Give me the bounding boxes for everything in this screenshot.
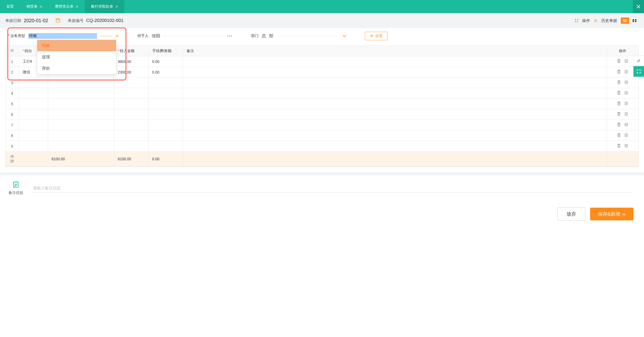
cell-fee[interactable] — [148, 109, 183, 120]
cell-remark[interactable] — [183, 141, 607, 152]
save-add-button[interactable]: 保存&新增 — [590, 208, 633, 220]
cell-out-account[interactable] — [19, 78, 48, 88]
biztype-value[interactable]: 转账 — [28, 33, 97, 39]
add-icon[interactable] — [624, 133, 628, 137]
cell-in-amount[interactable]: 3800.00 — [114, 56, 148, 67]
close-icon[interactable]: ✕ — [40, 5, 42, 8]
table-row[interactable]: 5 — [6, 99, 638, 109]
cell-out-account[interactable] — [19, 109, 48, 120]
cell-in-amount[interactable] — [114, 109, 148, 120]
cell-out-amount[interactable] — [48, 120, 114, 130]
add-icon[interactable] — [624, 70, 628, 74]
table-row[interactable]: 7 — [6, 120, 638, 130]
cell-remark[interactable] — [183, 109, 607, 120]
cell-remark[interactable] — [183, 56, 607, 67]
history-label[interactable]: 历史单据 — [601, 18, 617, 23]
cell-remark[interactable] — [183, 130, 607, 141]
cell-fee[interactable]: 0.00 — [148, 67, 183, 78]
more-icon[interactable]: ••• — [227, 34, 233, 38]
tab-bank[interactable]: 银行存取款单 ✕ — [85, 0, 124, 13]
close-icon[interactable]: ✕ — [115, 5, 118, 8]
cell-fee[interactable] — [148, 88, 183, 99]
table-row[interactable]: 4 — [6, 88, 638, 99]
cell-remark[interactable] — [183, 88, 607, 99]
cell-out-account[interactable] — [19, 120, 48, 130]
handler-value[interactable]: 张阳 — [152, 33, 160, 39]
delete-icon[interactable] — [617, 70, 621, 74]
link-button[interactable] — [633, 56, 644, 66]
delete-icon[interactable] — [617, 101, 621, 106]
cell-out-account[interactable] — [19, 88, 48, 99]
discard-button[interactable]: 放弃 — [557, 207, 585, 221]
add-icon[interactable] — [624, 59, 628, 63]
cell-out-amount[interactable] — [48, 141, 114, 152]
table-row[interactable]: 9 — [6, 141, 638, 152]
dept-value[interactable]: 总 部 — [262, 33, 274, 39]
expand-button[interactable] — [633, 66, 644, 77]
cell-out-amount[interactable] — [48, 88, 114, 99]
add-icon[interactable] — [624, 122, 628, 127]
cell-out-amount[interactable] — [48, 78, 114, 88]
delete-icon[interactable] — [617, 91, 621, 95]
delete-icon[interactable] — [617, 144, 621, 148]
field-biztype[interactable]: 业务类型 转账 — [8, 33, 119, 39]
calendar-icon[interactable] — [56, 18, 60, 24]
settings-button[interactable]: 设置 — [365, 32, 388, 40]
cell-out-account[interactable] — [19, 141, 48, 152]
cell-in-amount[interactable] — [114, 130, 148, 141]
cell-fee[interactable] — [148, 99, 183, 109]
cell-out-account[interactable] — [19, 99, 48, 109]
cell-out-amount[interactable] — [48, 99, 114, 109]
field-handler[interactable]: 经手人 张阳 ••• — [137, 33, 233, 39]
cell-remark[interactable] — [183, 67, 607, 78]
chevron-up-icon[interactable] — [115, 34, 119, 38]
dropdown-option-deposit[interactable]: 存款 — [37, 63, 116, 74]
cell-in-amount[interactable] — [114, 78, 148, 88]
cell-in-amount[interactable] — [114, 120, 148, 130]
date-value[interactable]: 2020-01-02 — [24, 18, 48, 24]
tab-expense[interactable]: 费用支出单 ✕ — [49, 0, 85, 13]
cell-fee[interactable]: 0.00 — [148, 56, 183, 67]
table-row[interactable]: 8 — [6, 130, 638, 141]
op-label[interactable]: 操作 — [582, 18, 590, 23]
cell-out-amount[interactable] — [48, 109, 114, 120]
cell-fee[interactable] — [148, 120, 183, 130]
subtotal-in: 6100.00 — [114, 152, 148, 167]
dropdown-option-transfer[interactable]: 转账 — [37, 40, 116, 51]
cell-in-amount[interactable]: 2300.00 — [114, 67, 148, 78]
view-grid-button[interactable] — [630, 17, 639, 24]
add-icon[interactable] — [624, 80, 628, 84]
add-icon[interactable] — [624, 144, 628, 148]
delete-icon[interactable] — [617, 133, 621, 137]
table-row[interactable]: 6 — [6, 109, 638, 120]
table-row[interactable]: 3 — [6, 78, 638, 88]
remark-input[interactable] — [32, 184, 633, 193]
cell-fee[interactable] — [148, 78, 183, 88]
cell-remark[interactable] — [183, 78, 607, 88]
cell-remark[interactable] — [183, 99, 607, 109]
delete-icon[interactable] — [617, 122, 621, 127]
cell-in-amount[interactable] — [114, 141, 148, 152]
delete-icon[interactable] — [617, 80, 621, 84]
delete-icon[interactable] — [617, 112, 621, 116]
cell-remark[interactable] — [183, 120, 607, 130]
view-list-button[interactable] — [621, 17, 629, 24]
dropdown-option-withdraw[interactable]: 提现 — [37, 51, 116, 63]
tab-sales[interactable]: 销货单 ✕ — [20, 0, 49, 13]
close-panel-button[interactable] — [633, 0, 644, 13]
tab-home[interactable]: 首页 — [0, 0, 20, 13]
chevron-down-icon[interactable] — [343, 34, 346, 38]
cell-fee[interactable] — [148, 141, 183, 152]
cell-fee[interactable] — [148, 130, 183, 141]
close-icon[interactable]: ✕ — [76, 5, 78, 8]
add-icon[interactable] — [624, 112, 628, 116]
field-dept[interactable]: 部门 总 部 — [251, 33, 346, 39]
add-icon[interactable] — [624, 101, 628, 106]
add-icon[interactable] — [624, 91, 628, 95]
delete-icon[interactable] — [617, 59, 621, 63]
cell-in-amount[interactable] — [114, 99, 148, 109]
cell-in-amount[interactable] — [114, 88, 148, 99]
column-config[interactable] — [6, 46, 19, 56]
cell-out-amount[interactable] — [48, 130, 114, 141]
cell-out-account[interactable] — [19, 130, 48, 141]
